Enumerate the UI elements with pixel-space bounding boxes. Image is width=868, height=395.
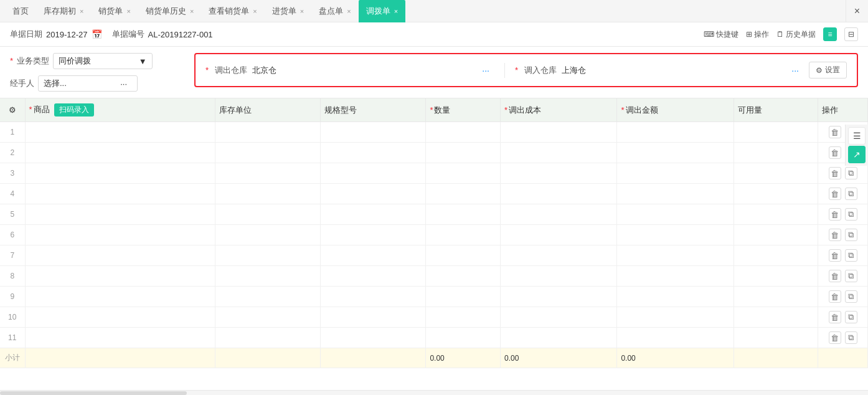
- window-close-button[interactable]: ×: [846, 0, 868, 22]
- row-product-2[interactable]: [25, 143, 215, 163]
- delete-icon-7[interactable]: 🗑: [829, 249, 841, 262]
- row-cost-5[interactable]: [501, 204, 617, 225]
- row-product-8[interactable]: [25, 266, 215, 287]
- delete-icon-2[interactable]: 🗑: [829, 146, 841, 159]
- copy-icon-8[interactable]: ⧉: [845, 270, 857, 282]
- tab-view-sales[interactable]: 查看销货单 ×: [201, 0, 264, 22]
- row-cost-9[interactable]: [501, 287, 617, 307]
- close-tab-sales-history[interactable]: ×: [190, 7, 194, 15]
- row-available-11[interactable]: [734, 328, 818, 348]
- row-available-2[interactable]: [734, 143, 818, 163]
- row-quantity-9[interactable]: [426, 287, 501, 307]
- row-unit-9[interactable]: [215, 287, 321, 307]
- delete-icon-4[interactable]: 🗑: [829, 188, 841, 200]
- row-spec-6[interactable]: [321, 225, 426, 245]
- row-amount-10[interactable]: [617, 307, 734, 328]
- row-cost-1[interactable]: [501, 122, 617, 143]
- row-product-9[interactable]: [25, 287, 215, 307]
- delete-icon-9[interactable]: 🗑: [829, 290, 841, 303]
- row-cost-2[interactable]: [501, 143, 617, 163]
- row-amount-4[interactable]: [617, 184, 734, 204]
- close-tab-inventory[interactable]: ×: [347, 7, 351, 15]
- delete-icon-10[interactable]: 🗑: [829, 311, 841, 323]
- copy-icon-3[interactable]: ⧉: [845, 167, 857, 179]
- close-tab-inventory-init[interactable]: ×: [80, 7, 83, 15]
- row-amount-2[interactable]: [617, 143, 734, 163]
- row-quantity-1[interactable]: [426, 122, 501, 143]
- copy-icon-4[interactable]: ⧉: [845, 188, 857, 200]
- row-available-10[interactable]: [734, 307, 818, 328]
- copy-icon-9[interactable]: ⧉: [845, 290, 857, 303]
- row-quantity-7[interactable]: [426, 245, 501, 266]
- row-spec-3[interactable]: [321, 163, 426, 184]
- row-product-4[interactable]: [25, 184, 215, 204]
- business-type-input[interactable]: 同价调拨 ▼: [53, 53, 153, 69]
- row-amount-3[interactable]: [617, 163, 734, 184]
- copy-icon-6[interactable]: ⧉: [845, 229, 857, 241]
- sidebar-export-icon[interactable]: ↗: [848, 146, 866, 163]
- delete-icon-8[interactable]: 🗑: [829, 270, 841, 282]
- row-cost-6[interactable]: [501, 225, 617, 245]
- row-unit-7[interactable]: [215, 245, 321, 266]
- close-tab-sales-order[interactable]: ×: [126, 7, 130, 15]
- row-spec-9[interactable]: [321, 287, 426, 307]
- tab-sales-history[interactable]: 销货单历史 ×: [138, 0, 201, 22]
- sidebar-list-icon[interactable]: ☰: [848, 127, 866, 145]
- tab-home[interactable]: 首页: [5, 0, 36, 22]
- row-available-9[interactable]: [734, 287, 818, 307]
- row-cost-3[interactable]: [501, 163, 617, 184]
- row-product-1[interactable]: [25, 122, 215, 143]
- person-input[interactable]: 选择... ···: [38, 75, 138, 92]
- row-product-11[interactable]: [25, 328, 215, 348]
- shortcut-button[interactable]: ⌨ 快捷键: [704, 29, 738, 40]
- row-unit-2[interactable]: [215, 143, 321, 163]
- row-spec-7[interactable]: [321, 245, 426, 266]
- row-amount-11[interactable]: [617, 328, 734, 348]
- row-available-3[interactable]: [734, 163, 818, 184]
- row-amount-6[interactable]: [617, 225, 734, 245]
- row-unit-5[interactable]: [215, 204, 321, 225]
- warehouse-out-more-icon[interactable]: ···: [477, 65, 494, 75]
- delete-icon-3[interactable]: 🗑: [829, 167, 841, 179]
- close-tab-transfer[interactable]: ×: [394, 7, 398, 15]
- row-amount-7[interactable]: [617, 245, 734, 266]
- row-cost-11[interactable]: [501, 328, 617, 348]
- row-unit-6[interactable]: [215, 225, 321, 245]
- row-amount-1[interactable]: [617, 122, 734, 143]
- calendar-icon[interactable]: 📅: [92, 29, 102, 39]
- view-toggle-list[interactable]: ≡: [823, 27, 837, 41]
- tab-inventory[interactable]: 盘点单 ×: [311, 0, 358, 22]
- person-more-icon[interactable]: ···: [115, 79, 132, 88]
- row-quantity-4[interactable]: [426, 184, 501, 204]
- row-quantity-5[interactable]: [426, 204, 501, 225]
- close-tab-purchase[interactable]: ×: [300, 7, 304, 15]
- row-available-6[interactable]: [734, 225, 818, 245]
- row-available-4[interactable]: [734, 184, 818, 204]
- row-cost-7[interactable]: [501, 245, 617, 266]
- row-unit-10[interactable]: [215, 307, 321, 328]
- row-spec-11[interactable]: [321, 328, 426, 348]
- copy-icon-11[interactable]: ⧉: [845, 331, 857, 344]
- action-button[interactable]: ⊞ 操作: [746, 29, 769, 40]
- close-tab-view-sales[interactable]: ×: [253, 7, 257, 15]
- history-button[interactable]: 🗒 历史单据: [776, 29, 816, 40]
- row-available-5[interactable]: [734, 204, 818, 225]
- settings-button[interactable]: ⚙ 设置: [809, 62, 847, 79]
- warehouse-in-more-icon[interactable]: ···: [786, 65, 804, 75]
- delete-icon-5[interactable]: 🗑: [829, 208, 841, 221]
- copy-icon-5[interactable]: ⧉: [845, 208, 857, 221]
- row-product-5[interactable]: [25, 204, 215, 225]
- copy-icon-7[interactable]: ⧉: [845, 249, 857, 262]
- row-product-6[interactable]: [25, 225, 215, 245]
- copy-icon-10[interactable]: ⧉: [845, 311, 857, 323]
- delete-icon-6[interactable]: 🗑: [829, 229, 841, 241]
- tab-transfer[interactable]: 调拨单 ×: [359, 0, 405, 22]
- th-gear[interactable]: ⚙: [0, 98, 25, 122]
- row-unit-4[interactable]: [215, 184, 321, 204]
- row-cost-4[interactable]: [501, 184, 617, 204]
- row-available-7[interactable]: [734, 245, 818, 266]
- row-quantity-8[interactable]: [426, 266, 501, 287]
- row-amount-9[interactable]: [617, 287, 734, 307]
- row-unit-1[interactable]: [215, 122, 321, 143]
- horizontal-scrollbar[interactable]: [0, 390, 868, 395]
